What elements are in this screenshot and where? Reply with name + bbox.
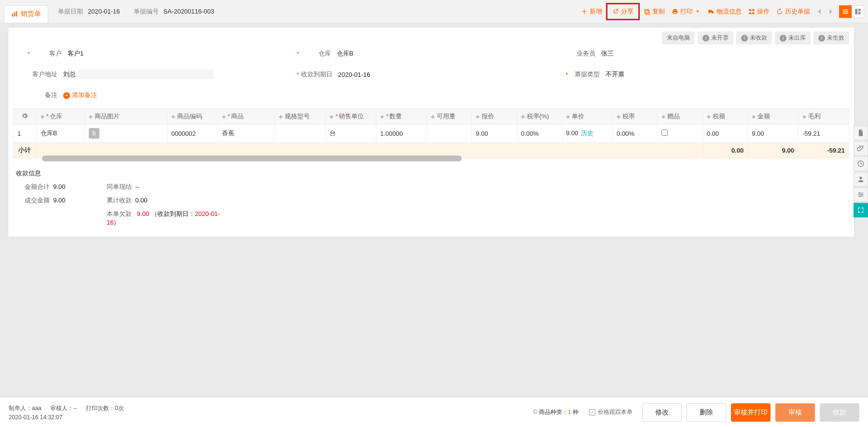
gift-checkbox[interactable]: [661, 129, 668, 136]
cell-price[interactable]: 9.00: [472, 125, 517, 142]
cell-unitprice[interactable]: 9.00历史: [562, 125, 613, 142]
slider-icon: [857, 191, 865, 199]
col-unitprice[interactable]: 单价: [562, 109, 613, 125]
col-product[interactable]: *商品: [218, 109, 275, 125]
right-page-button[interactable]: [854, 126, 868, 140]
chevron-right-icon: [826, 6, 836, 17]
cell-spec[interactable]: [275, 125, 326, 142]
history-button[interactable]: 历史单据: [773, 5, 813, 18]
audit-button[interactable]: 审核: [775, 403, 815, 422]
col-price[interactable]: 报价: [472, 109, 517, 125]
field-due: * 收款到期日 2020-01-16: [297, 70, 566, 79]
cell-warehouse[interactable]: 仓库B: [36, 125, 84, 142]
expand-icon: [857, 206, 865, 214]
prev-arrow[interactable]: [814, 4, 825, 19]
print-count: 0次: [115, 405, 124, 412]
checkbox-icon: ✓: [589, 409, 595, 415]
pay-total: 9.00: [53, 183, 65, 190]
list-view-button[interactable]: [839, 5, 852, 18]
col-taxamt[interactable]: 税额: [703, 109, 747, 125]
chip-source[interactable]: 来自电脑: [662, 31, 695, 44]
col-taxpct[interactable]: 税率: [612, 109, 657, 125]
chip-unshipped[interactable]: i 未出库: [775, 31, 811, 44]
svg-point-15: [861, 194, 863, 196]
print-button[interactable]: 打印: [669, 5, 704, 18]
col-unit[interactable]: *销售单位: [326, 109, 376, 125]
svg-rect-8: [752, 12, 754, 14]
grid-icon: [748, 8, 755, 15]
history-icon: [776, 8, 783, 15]
table-h-scrollbar[interactable]: [13, 156, 849, 162]
col-amount[interactable]: 金额: [748, 109, 799, 125]
cell-gift[interactable]: [658, 125, 703, 142]
info-icon: i: [780, 35, 786, 42]
col-profit[interactable]: 毛利: [799, 109, 849, 125]
col-code[interactable]: 商品编码: [167, 109, 218, 125]
clock-icon: [857, 160, 865, 168]
product-summary: © 商品种类：1 种: [533, 408, 579, 416]
customer-value[interactable]: 客户1: [68, 49, 83, 58]
col-spec[interactable]: 规格型号: [275, 109, 326, 125]
col-image[interactable]: 商品图片: [85, 109, 167, 125]
field-customer: * 客户 客户1: [28, 49, 297, 58]
right-toolbar: [854, 126, 868, 217]
col-taxrate[interactable]: 税率(%): [517, 109, 562, 125]
table-row[interactable]: 1 仓库B b 0000002 香蕉 台 1.00000 9.00 0.00% …: [14, 125, 849, 142]
add-remark-button[interactable]: +添加备注: [63, 91, 97, 100]
audit-print-button[interactable]: 审核并打印: [731, 403, 771, 422]
doc-date-value: 2020-01-16: [88, 8, 120, 15]
track-price-checkbox[interactable]: ✓ 价格跟踪本单: [589, 408, 633, 416]
col-gift[interactable]: 赠品: [658, 109, 703, 125]
chevron-left-icon: [814, 6, 825, 17]
pay-paid: 0.00: [135, 197, 147, 204]
next-arrow[interactable]: [826, 4, 836, 19]
right-slider-button[interactable]: [854, 187, 868, 202]
view-toggle: [839, 5, 864, 18]
status-chips: 来自电脑 i 未开票 i 未收款 i 未出库 i 未生效: [8, 28, 854, 49]
cell-qty[interactable]: 1.00000: [376, 125, 427, 142]
edit-button[interactable]: 修改: [642, 403, 682, 422]
cell-taxpct[interactable]: 0.00%: [612, 125, 657, 142]
card-view-button[interactable]: [852, 5, 864, 18]
cell-image[interactable]: b: [85, 125, 167, 142]
right-clock-button[interactable]: [854, 157, 868, 171]
list-icon: [842, 8, 849, 15]
col-qty[interactable]: *数量: [376, 109, 427, 125]
plus-icon: [581, 8, 588, 15]
warehouse-value[interactable]: 仓库B: [337, 49, 354, 58]
plus-circle-icon: +: [63, 92, 70, 99]
chip-inactive[interactable]: i 未生效: [813, 31, 849, 44]
new-button[interactable]: 新增: [578, 5, 605, 18]
due-value[interactable]: 2020-01-16: [338, 71, 371, 78]
column-config[interactable]: [14, 109, 37, 125]
col-avail[interactable]: 可用量: [427, 109, 471, 125]
cell-taxrate[interactable]: 0.00%: [517, 125, 562, 142]
top-bar: 销货单 单据日期 2020-01-16 单据编号 SA-20200116-003…: [0, 0, 868, 23]
right-user-button[interactable]: [854, 172, 868, 186]
voucher-value[interactable]: 不开票: [606, 70, 624, 79]
cell-unit[interactable]: 台: [326, 125, 376, 142]
copy-button[interactable]: 复制: [641, 5, 668, 18]
cell-amount: 9.00: [748, 125, 799, 142]
delete-button[interactable]: 删除: [687, 403, 726, 422]
address-value[interactable]: 刘总: [63, 70, 76, 79]
pay-owe: 9.00: [137, 210, 149, 217]
cell-code[interactable]: 0000002: [167, 125, 218, 142]
share-button[interactable]: 分享: [609, 5, 636, 18]
cell-product[interactable]: 香蕉: [218, 125, 275, 142]
operate-button[interactable]: 操作: [745, 5, 772, 18]
right-expand-button[interactable]: [854, 203, 868, 217]
sales-value[interactable]: 张三: [601, 49, 614, 58]
scrollbar-thumb[interactable]: [42, 156, 462, 161]
active-tab[interactable]: 销货单: [4, 5, 48, 23]
col-warehouse[interactable]: *仓库: [36, 109, 84, 125]
price-history-link[interactable]: 历史: [581, 129, 593, 137]
share-highlight: 分享: [606, 3, 640, 20]
table-header-row: *仓库 商品图片 商品编码 *商品 规格型号 *销售单位 *数量 可用量 报价 …: [14, 109, 849, 125]
footer-meta: 制单人：aaa 审核人：-- 打印次数：0次 2020-01-16 14:32:…: [9, 404, 124, 421]
logistics-button[interactable]: 物流信息: [705, 5, 744, 18]
info-icon: i: [703, 35, 709, 42]
chip-uninvoiced[interactable]: i 未开票: [698, 31, 733, 44]
chip-unpaid[interactable]: i 未收款: [736, 31, 772, 44]
right-attach-button[interactable]: [854, 141, 868, 156]
